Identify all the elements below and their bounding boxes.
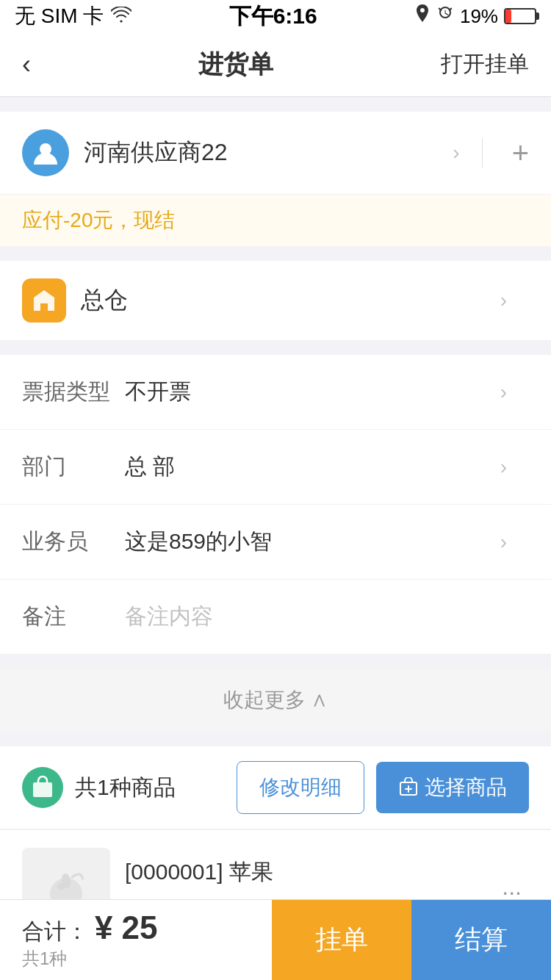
- total-line: 合计： ¥ 25: [22, 909, 250, 947]
- add-supplier-button[interactable]: +: [512, 137, 529, 170]
- vertical-divider: [482, 138, 483, 167]
- salesman-value: 这是859的小智: [110, 527, 500, 557]
- location-icon: [414, 4, 431, 29]
- back-button[interactable]: ‹: [22, 49, 31, 80]
- collapse-button[interactable]: 收起更多 ∧: [0, 669, 551, 732]
- warehouse-icon: [22, 278, 66, 323]
- warehouse-row[interactable]: 总仓 ›: [0, 261, 551, 340]
- section-gap-2: [0, 246, 551, 261]
- total-section: 合计： ¥ 25 共1种: [0, 902, 272, 978]
- product-title: 苹果: [229, 860, 273, 884]
- supplier-section: 河南供应商22 › + 应付-20元，现结: [0, 112, 551, 246]
- status-carrier: 无 SIM 卡: [15, 2, 132, 30]
- warehouse-chevron-icon: ›: [500, 289, 507, 312]
- wifi-icon: [111, 4, 132, 28]
- total-label: 合计：: [22, 919, 88, 943]
- svg-rect-1: [40, 303, 48, 311]
- svg-rect-2: [33, 782, 52, 797]
- supplier-name: 河南供应商22: [84, 137, 453, 169]
- supplier-notice: 应付-20元，现结: [0, 195, 551, 246]
- remark-row[interactable]: 备注 备注内容: [0, 580, 551, 654]
- salesman-row[interactable]: 业务员 这是859的小智 ›: [0, 505, 551, 580]
- product-code: [0000001]: [125, 860, 223, 884]
- page-title: 进货单: [198, 48, 273, 82]
- invoice-chevron-icon: ›: [500, 381, 507, 404]
- products-count: 共1种商品: [75, 773, 237, 803]
- department-chevron-icon: ›: [500, 455, 507, 479]
- invoice-value: 不开票: [110, 377, 500, 407]
- battery-percentage: 19%: [460, 5, 498, 28]
- svg-point-8: [57, 883, 65, 890]
- open-pending-button[interactable]: 打开挂单: [441, 49, 529, 79]
- warehouse-section: 总仓 ›: [0, 261, 551, 340]
- status-bar: 无 SIM 卡 下午6:16 19%: [0, 0, 551, 32]
- alarm-icon: [436, 5, 454, 28]
- invoice-row[interactable]: 票据类型 不开票 ›: [0, 355, 551, 430]
- products-header: 共1种商品 修改明细 选择商品: [0, 746, 551, 829]
- section-gap-1: [0, 97, 551, 112]
- supplier-avatar: [22, 129, 69, 176]
- salesman-label: 业务员: [22, 527, 110, 557]
- edit-detail-button[interactable]: 修改明细: [237, 761, 364, 814]
- department-row[interactable]: 部门 总 部 ›: [0, 430, 551, 505]
- battery-icon: [504, 8, 536, 24]
- remark-input[interactable]: 备注内容: [110, 602, 529, 632]
- status-time: 下午6:16: [229, 1, 317, 32]
- status-icons: 19%: [414, 4, 536, 29]
- checkout-button[interactable]: 结算: [411, 900, 551, 981]
- department-label: 部门: [22, 452, 110, 482]
- department-value: 总 部: [110, 452, 500, 482]
- pending-button[interactable]: 挂单: [272, 900, 411, 981]
- warehouse-name: 总仓: [81, 284, 500, 317]
- invoice-label: 票据类型: [22, 377, 110, 407]
- products-icon: [22, 767, 63, 808]
- supplier-chevron-icon: ›: [453, 141, 459, 165]
- form-section: 票据类型 不开票 › 部门 总 部 › 业务员 这是859的小智 › 备注 备注…: [0, 355, 551, 654]
- total-amount: ¥ 25: [95, 909, 158, 945]
- product-name: [0000001] 苹果: [125, 857, 494, 887]
- supplier-row[interactable]: 河南供应商22 › +: [0, 112, 551, 195]
- total-count: 共1种: [22, 947, 250, 970]
- remark-label: 备注: [22, 602, 110, 632]
- bottom-bar: 合计： ¥ 25 共1种 挂单 结算: [0, 899, 551, 980]
- select-product-button[interactable]: 选择商品: [376, 762, 529, 813]
- salesman-chevron-icon: ›: [500, 530, 507, 554]
- nav-bar: ‹ 进货单 打开挂单: [0, 32, 551, 97]
